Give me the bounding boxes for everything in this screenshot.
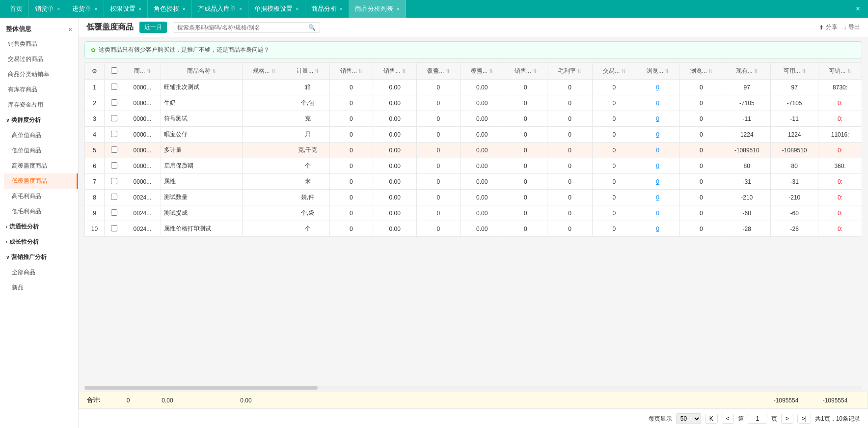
- sidebar-item-traded-goods[interactable]: 交易过的商品: [0, 52, 78, 67]
- close-icon[interactable]: ×: [396, 6, 399, 12]
- close-icon[interactable]: ×: [340, 6, 343, 12]
- sidebar-item-stocked-goods[interactable]: 有库存商品: [0, 82, 78, 97]
- nav-tab-home[interactable]: 首页: [4, 0, 29, 18]
- nav-tab-role[interactable]: 角色授权 ×: [148, 0, 191, 18]
- row-checkbox[interactable]: [105, 143, 124, 158]
- sidebar-section-marketing[interactable]: ∨ 营销推广分析: [0, 250, 78, 265]
- col-sales-qty[interactable]: 销售... ⇅: [329, 63, 373, 80]
- col-name[interactable]: 商品名称 ⇅: [161, 63, 243, 80]
- sidebar-section-growth[interactable]: › 成长性分析: [0, 234, 78, 250]
- row-select-checkbox[interactable]: [111, 194, 117, 200]
- close-icon[interactable]: ×: [94, 6, 97, 12]
- col-settings[interactable]: ⚙: [85, 63, 105, 80]
- search-input[interactable]: [177, 24, 308, 31]
- row-views1[interactable]: 0: [636, 80, 679, 95]
- col-spec[interactable]: 规格... ⇅: [243, 63, 286, 80]
- sidebar-item-stock-capital[interactable]: 库存资金占用: [0, 97, 78, 113]
- close-all-button[interactable]: ×: [852, 4, 864, 13]
- nav-tab-product-list[interactable]: 商品分析列表 ×: [349, 0, 406, 18]
- search-icon[interactable]: 🔍: [308, 24, 316, 31]
- next-page-button[interactable]: >: [781, 414, 793, 424]
- row-checkbox[interactable]: [105, 221, 124, 237]
- row-select-checkbox[interactable]: [111, 115, 117, 121]
- footer-sales-qty: 0: [108, 397, 148, 404]
- table-container[interactable]: ⚙ 商... ⇅ 商品名称 ⇅ 规格... ⇅ 计量... ⇅ 销售... ⇅ …: [84, 62, 862, 382]
- sidebar-item-category-rate[interactable]: 商品分类动销率: [0, 67, 78, 82]
- close-icon[interactable]: ×: [296, 6, 298, 12]
- nav-tab-template[interactable]: 单据模板设置 ×: [248, 0, 305, 18]
- row-select-checkbox[interactable]: [111, 99, 117, 106]
- row-views1[interactable]: 0: [636, 111, 679, 127]
- prev-page-button[interactable]: <: [722, 414, 734, 424]
- col-unit[interactable]: 计量... ⇅: [286, 63, 329, 80]
- sidebar-item-sales-goods[interactable]: 销售类商品: [0, 36, 78, 52]
- row-views1[interactable]: 0: [636, 95, 679, 111]
- col-views1[interactable]: 浏览... ⇅: [636, 63, 679, 80]
- select-all-checkbox[interactable]: [111, 67, 117, 74]
- sidebar-collapse-button[interactable]: «: [68, 25, 72, 33]
- row-select-checkbox[interactable]: [111, 209, 117, 216]
- col-sales-amt[interactable]: 销售... ⇅: [373, 63, 417, 80]
- col-saleable[interactable]: 可销... ⇅: [818, 63, 862, 80]
- row-select-checkbox[interactable]: [111, 131, 117, 137]
- row-checkbox[interactable]: [105, 95, 124, 111]
- sidebar-section-group[interactable]: ∨ 类群度分析: [0, 113, 78, 128]
- row-checkbox[interactable]: [105, 111, 124, 127]
- row-select-checkbox[interactable]: [111, 178, 117, 184]
- sidebar-item-high-value[interactable]: 高价值商品: [4, 128, 78, 143]
- nav-tab-product-analysis[interactable]: 商品分析 ×: [305, 0, 349, 18]
- filter-recent-month-button[interactable]: 近一月: [139, 22, 167, 33]
- first-page-button[interactable]: K: [705, 414, 718, 424]
- export-button[interactable]: ↓ 导出: [843, 23, 860, 31]
- row-views1[interactable]: 0: [636, 158, 679, 174]
- row-views1[interactable]: 0: [636, 190, 679, 205]
- col-code[interactable]: 商... ⇅: [124, 63, 161, 80]
- horizontal-scrollbar[interactable]: [84, 386, 862, 390]
- sidebar-item-new-goods[interactable]: 新品: [4, 280, 78, 295]
- col-available[interactable]: 可用... ⇅: [771, 63, 818, 80]
- sidebar-item-low-profit[interactable]: 低毛利商品: [4, 204, 78, 219]
- row-checkbox[interactable]: [105, 158, 124, 174]
- col-trade[interactable]: 交易... ⇅: [593, 63, 636, 80]
- col-cov2[interactable]: 覆盖... ⇅: [460, 63, 504, 80]
- share-button[interactable]: ⬆ 分享: [819, 23, 838, 31]
- sidebar-section-circulation[interactable]: › 流通性分析: [0, 219, 78, 234]
- nav-tab-sales[interactable]: 销货单 ×: [29, 0, 66, 18]
- nav-tab-product-in[interactable]: 产成品入库单 ×: [192, 0, 248, 18]
- row-select-checkbox[interactable]: [111, 162, 117, 169]
- row-checkbox[interactable]: [105, 127, 124, 143]
- sidebar-item-high-profit[interactable]: 高毛利商品: [4, 189, 78, 204]
- row-views1[interactable]: 0: [636, 127, 679, 143]
- row-views1[interactable]: 0: [636, 221, 679, 237]
- row-checkbox[interactable]: [105, 174, 124, 190]
- col-sales-rate[interactable]: 销售... ⇅: [504, 63, 547, 80]
- sidebar-item-high-coverage[interactable]: 高覆盖度商品: [4, 158, 78, 173]
- row-checkbox[interactable]: [105, 80, 124, 95]
- nav-tab-permission[interactable]: 权限设置 ×: [104, 0, 148, 18]
- close-icon[interactable]: ×: [182, 6, 185, 12]
- row-checkbox[interactable]: [105, 205, 124, 221]
- sidebar-item-all-goods[interactable]: 全部商品: [4, 265, 78, 280]
- sidebar-item-low-coverage[interactable]: 低覆盖度商品: [4, 173, 78, 189]
- col-gross-rate[interactable]: 毛利率 ⇅: [547, 63, 593, 80]
- col-cov1[interactable]: 覆盖... ⇅: [417, 63, 461, 80]
- nav-tab-purchase[interactable]: 进货单 ×: [66, 0, 104, 18]
- col-views2[interactable]: 浏览... ⇅: [679, 63, 723, 80]
- scrollbar-thumb[interactable]: [84, 386, 318, 390]
- row-views1[interactable]: 0: [636, 205, 679, 221]
- close-icon[interactable]: ×: [138, 6, 141, 12]
- sidebar-item-low-value[interactable]: 低价值商品: [4, 143, 78, 158]
- page-size-select[interactable]: 50 100 200: [676, 413, 701, 424]
- col-current[interactable]: 现有... ⇅: [723, 63, 771, 80]
- row-select-checkbox[interactable]: [111, 225, 117, 231]
- row-select-checkbox[interactable]: [111, 84, 117, 90]
- row-select-checkbox[interactable]: [111, 146, 117, 153]
- close-icon[interactable]: ×: [57, 6, 60, 12]
- row-checkbox[interactable]: [105, 190, 124, 205]
- row-views1[interactable]: 0: [636, 174, 679, 190]
- last-page-button[interactable]: >|: [797, 414, 811, 424]
- row-views1[interactable]: 0: [636, 143, 679, 158]
- page-number-input[interactable]: [748, 414, 767, 424]
- settings-icon[interactable]: ⚙: [92, 68, 97, 75]
- close-icon[interactable]: ×: [239, 6, 242, 12]
